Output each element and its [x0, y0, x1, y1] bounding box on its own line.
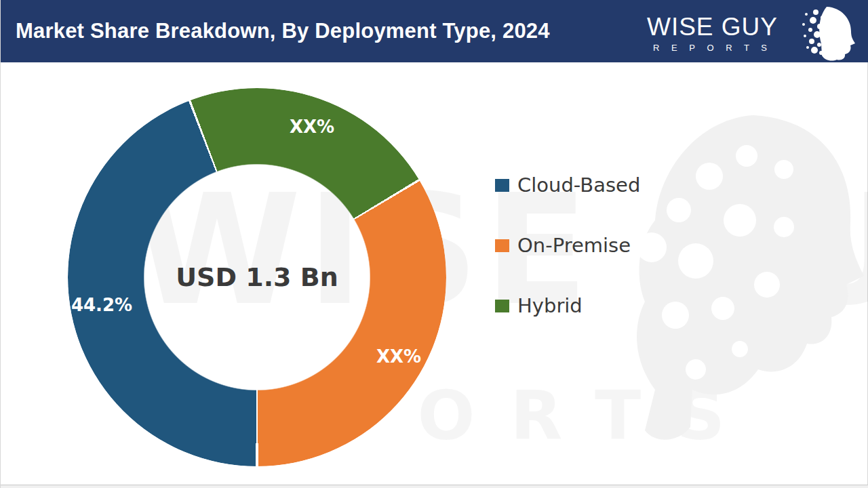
bottom-strip	[1, 485, 868, 488]
slice-label-hybrid: XX%	[290, 117, 334, 137]
donut-center-value: USD 1.3 Bn	[176, 262, 338, 292]
legend-swatch-hybrid	[495, 300, 509, 312]
legend-swatch-cloud-based	[495, 179, 509, 192]
page-title: Market Share Breakdown, By Deployment Ty…	[1, 19, 550, 43]
infographic-frame: Market Share Breakdown, By Deployment Ty…	[0, 0, 868, 488]
slice-label-on-premise: XX%	[376, 346, 421, 367]
legend-label-hybrid: Hybrid	[517, 294, 583, 317]
legend-item-cloud-based: Cloud-Based	[495, 175, 640, 195]
donut-chart: USD 1.3 Bn 44.2% XX% XX% Cloud-Based On-…	[1, 62, 868, 488]
legend-label-cloud-based: Cloud-Based	[517, 174, 640, 197]
brand-logo-text: WISE GUY R E P O R T S	[647, 13, 778, 53]
slice-label-cloud-based: 44.2%	[71, 295, 132, 315]
legend-item-hybrid: Hybrid	[495, 296, 640, 316]
brand-face-icon	[781, 4, 856, 61]
legend-item-on-premise: On-Premise	[495, 235, 640, 256]
legend-swatch-on-premise	[495, 239, 509, 252]
header-bar: Market Share Breakdown, By Deployment Ty…	[1, 0, 868, 62]
brand-name: WISE GUY	[647, 13, 778, 41]
brand-subname: R E P O R T S	[647, 43, 778, 53]
brand-logo: WISE GUY R E P O R T S	[647, 4, 856, 61]
chart-legend: Cloud-Based On-Premise Hybrid	[495, 175, 640, 356]
legend-label-on-premise: On-Premise	[517, 234, 631, 257]
